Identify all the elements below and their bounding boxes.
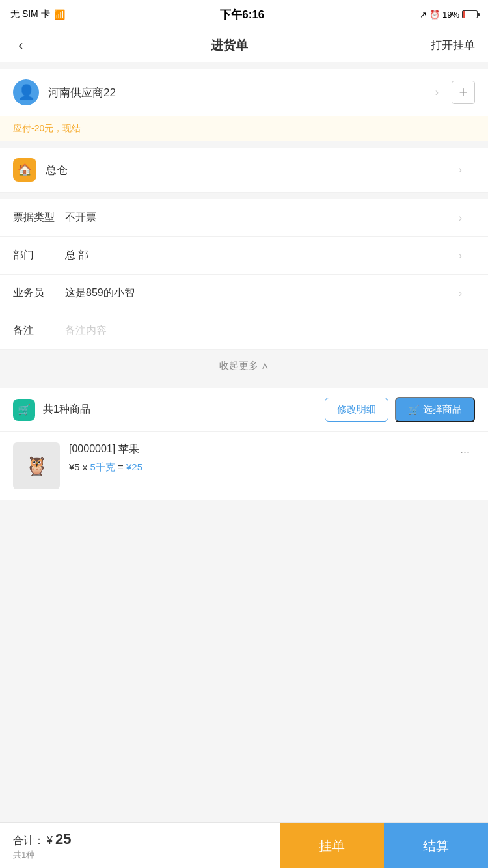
supplier-row[interactable]: 👤 河南供应商22 › + [0, 69, 488, 116]
gap-1 [0, 62, 488, 69]
staff-chevron-icon: › [459, 288, 462, 299]
battery-icon [462, 10, 478, 18]
owl-icon: 🦉 [25, 455, 48, 477]
supplier-chevron-icon: › [435, 87, 439, 98]
status-bar: 无 SIM 卡 📶 下午6:16 ↗ ⏰ 19% [0, 0, 488, 29]
gap-4 [0, 381, 488, 388]
nav-bar: ‹ 进货单 打开挂单 [0, 29, 488, 62]
products-icon-wrap: 🛒 [13, 399, 35, 421]
gap-2 [0, 141, 488, 148]
dept-chevron-icon: › [459, 250, 462, 262]
total-sub: 共1种 [13, 849, 267, 861]
location-icon: ↗ [420, 10, 427, 20]
open-hang-button[interactable]: 打开挂单 [431, 38, 475, 53]
staff-value: 这是859的小智 [65, 286, 459, 300]
alarm-icon: ⏰ [429, 10, 440, 20]
warehouse-icon: 🏠 [18, 163, 32, 177]
hang-label: 挂单 [319, 837, 345, 855]
form-section: 票据类型 不开票 › 部门 总 部 › 业务员 这是859的小智 › 备注 备注… [0, 199, 488, 350]
staff-row[interactable]: 业务员 这是859的小智 › [0, 275, 488, 312]
total-section: 合计： ¥ 25 共1种 [0, 823, 280, 868]
checkout-button[interactable]: 结算 [384, 823, 488, 868]
page-title: 进货单 [211, 37, 248, 54]
product-title: 苹果 [118, 443, 139, 454]
bottom-bar: 合计： ¥ 25 共1种 挂单 结算 [0, 822, 488, 868]
remark-label: 备注 [13, 324, 65, 338]
total-symbol: ¥ [47, 835, 53, 847]
add-supplier-button[interactable]: + [452, 81, 475, 104]
battery-percent: 19% [442, 10, 459, 20]
unit-price: ¥5 [69, 461, 80, 472]
invoice-row[interactable]: 票据类型 不开票 › [0, 199, 488, 237]
edit-detail-button[interactable]: 修改明细 [325, 398, 388, 422]
select-product-label: 选择商品 [423, 403, 462, 416]
wifi-icon: 📶 [54, 9, 65, 20]
checkout-label: 结算 [423, 837, 449, 855]
dept-value: 总 部 [65, 249, 459, 262]
remark-row[interactable]: 备注 备注内容 [0, 312, 488, 350]
price-x: x [83, 461, 90, 472]
gap-3 [0, 193, 488, 199]
collapse-button[interactable]: 收起更多 ∧ [0, 350, 488, 381]
product-info: [0000001] 苹果 ¥5 x 5千克 = ¥25 [69, 442, 455, 474]
quantity: 5千克 [90, 461, 115, 472]
supplier-name: 河南供应商22 [48, 85, 435, 100]
product-item: 🦉 [0000001] 苹果 ¥5 x 5千克 = ¥25 ··· [0, 432, 488, 500]
invoice-value: 不开票 [65, 211, 459, 224]
staff-label: 业务员 [13, 286, 65, 300]
status-time: 下午6:16 [220, 7, 264, 22]
invoice-label: 票据类型 [13, 211, 65, 224]
product-thumb-inner: 🦉 [13, 442, 60, 489]
total-price: ¥25 [126, 461, 142, 472]
warehouse-section: 🏠 总仓 › [0, 148, 488, 193]
more-options-button[interactable]: ··· [455, 442, 475, 461]
notice-bar: 应付-20元，现结 [0, 116, 488, 141]
warehouse-name: 总仓 [46, 163, 459, 178]
products-count: 共1种商品 [43, 403, 325, 416]
product-price-row: ¥5 x 5千克 = ¥25 [69, 461, 455, 474]
total-main: 合计： ¥ 25 [13, 831, 267, 848]
equals: = [118, 461, 126, 472]
collapse-label: 收起更多 ∧ [219, 360, 269, 372]
products-header: 🛒 共1种商品 修改明细 🛒 选择商品 [0, 388, 488, 432]
remark-input[interactable]: 备注内容 [65, 324, 475, 338]
invoice-chevron-icon: › [459, 212, 462, 224]
carrier-text: 无 SIM 卡 [10, 8, 50, 20]
supplier-avatar: 👤 [13, 79, 39, 105]
status-right: ↗ ⏰ 19% [420, 10, 478, 20]
dept-row[interactable]: 部门 总 部 › [0, 237, 488, 275]
warehouse-chevron-icon: › [459, 164, 462, 176]
select-product-button[interactable]: 🛒 选择商品 [395, 397, 475, 422]
total-label: 合计： [13, 834, 44, 848]
warehouse-row[interactable]: 🏠 总仓 › [0, 148, 488, 193]
avatar-icon: 👤 [18, 84, 35, 101]
notice-text: 应付-20元，现结 [13, 123, 81, 133]
supplier-section: 👤 河南供应商22 › + 应付-20元，现结 [0, 69, 488, 141]
product-id: [0000001] [69, 443, 115, 454]
product-thumbnail: 🦉 [13, 442, 60, 489]
warehouse-icon-wrap: 🏠 [13, 158, 36, 182]
hang-button[interactable]: 挂单 [280, 823, 384, 868]
total-amount: 25 [55, 831, 71, 848]
status-left: 无 SIM 卡 📶 [10, 8, 65, 20]
product-name: [0000001] 苹果 [69, 442, 455, 456]
back-button[interactable]: ‹ [13, 32, 28, 59]
bottom-spacer [0, 500, 488, 552]
cart-icon: 🛒 [408, 405, 419, 415]
products-icon: 🛒 [18, 403, 31, 416]
dept-label: 部门 [13, 249, 65, 262]
